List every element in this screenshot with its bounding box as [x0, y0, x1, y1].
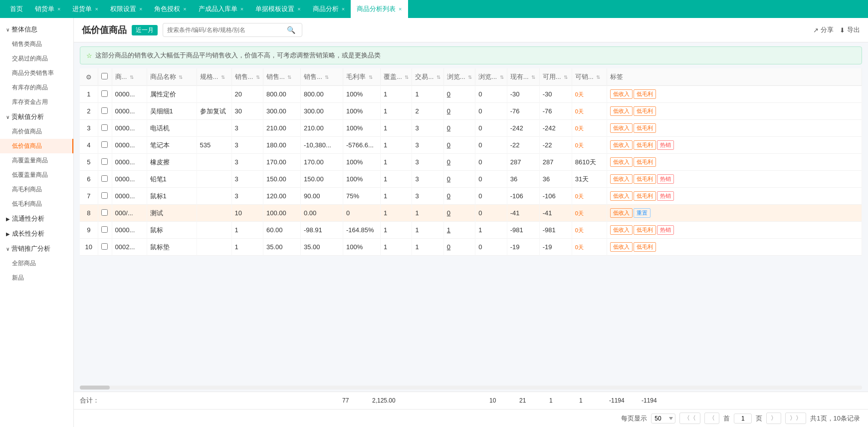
tag-低收入[interactable]: 低收入 — [610, 123, 633, 133]
sidebar-group-贡献值分析[interactable]: ∨贡献值分析 — [0, 109, 73, 124]
horizontal-scrollbar[interactable] — [80, 386, 862, 390]
nav-tab-产成品入库单[interactable]: 产成品入库单× — [193, 0, 249, 18]
row-checkbox[interactable] — [101, 90, 108, 97]
sidebar-item-低价值商品[interactable]: 低价值商品 — [0, 139, 73, 153]
row-checkbox[interactable] — [101, 124, 108, 131]
tag-低收入[interactable]: 低收入 — [610, 140, 633, 150]
view1-value[interactable]: 0 — [447, 158, 450, 166]
nav-tab-权限设置[interactable]: 权限设置× — [104, 0, 148, 18]
tag-低毛利[interactable]: 低毛利 — [634, 89, 656, 99]
search-icon[interactable]: 🔍 — [287, 26, 295, 34]
view1-value[interactable]: 0 — [447, 107, 450, 115]
select-all-checkbox[interactable] — [101, 73, 108, 79]
sidebar-item-低覆盖量商品[interactable]: 低覆盖量商品 — [0, 168, 73, 182]
sidebar-item-新品[interactable]: 新品 — [0, 271, 73, 285]
share-button[interactable]: ↗ 分享 — [813, 25, 834, 34]
close-tab-icon[interactable]: × — [57, 6, 60, 12]
sidebar-group-成长性分析[interactable]: ▶成长性分析 — [0, 226, 73, 241]
row-checkbox[interactable] — [101, 209, 108, 216]
tag-热销[interactable]: 热销 — [657, 140, 674, 150]
tag-低毛利[interactable]: 低毛利 — [634, 174, 656, 184]
tag-重置[interactable]: 重置 — [634, 208, 651, 218]
sidebar-item-销售类商品[interactable]: 销售类商品 — [0, 37, 73, 51]
sidebar-group-营销推广分析[interactable]: ∨营销推广分析 — [0, 241, 73, 256]
row-checkbox[interactable] — [101, 107, 108, 114]
tag-热销[interactable]: 热销 — [657, 225, 674, 235]
view1-value[interactable]: 0 — [447, 175, 450, 183]
export-button[interactable]: ⬇ 导出 — [840, 25, 860, 34]
sidebar-item-交易过的商品[interactable]: 交易过的商品 — [0, 51, 73, 66]
tag-低收入[interactable]: 低收入 — [610, 174, 633, 184]
close-tab-icon[interactable]: × — [399, 6, 402, 12]
close-tab-icon[interactable]: × — [95, 6, 98, 12]
view1-value[interactable]: 0 — [447, 243, 450, 251]
tag-低收入[interactable]: 低收入 — [610, 106, 633, 116]
row-checkbox[interactable] — [101, 158, 108, 165]
gear-icon[interactable]: ⚙ — [86, 73, 92, 81]
last-page-button[interactable]: 〉〉 — [785, 413, 806, 424]
nav-tab-单据模板设置[interactable]: 单据模板设置× — [249, 0, 306, 18]
sidebar-item-高价值商品[interactable]: 高价值商品 — [0, 124, 73, 139]
view1-value[interactable]: 0 — [447, 141, 450, 149]
tag-低收入[interactable]: 低收入 — [610, 89, 633, 99]
close-tab-icon[interactable]: × — [139, 6, 142, 12]
table-body: 1 0000... 属性定价 20 800.00 800.00 100% 1 1… — [80, 86, 862, 256]
sidebar-group-流通性分析[interactable]: ▶流通性分析 — [0, 211, 73, 226]
time-filter-tag[interactable]: 近一月 — [132, 25, 158, 35]
next-page-button[interactable]: 〉 — [766, 413, 781, 424]
sidebar-item-有库存的商品[interactable]: 有库存的商品 — [0, 80, 73, 95]
row-checkbox[interactable] — [101, 192, 108, 199]
prev-page-button[interactable]: 〈 — [704, 413, 719, 424]
sidebar-group-整体信息[interactable]: ∨整体信息 — [0, 22, 73, 37]
row-checkbox[interactable] — [101, 243, 108, 250]
nav-tab-进货单[interactable]: 进货单× — [66, 0, 104, 18]
page-size-label: 每页显示 — [621, 414, 647, 423]
sidebar-item-库存资金占用[interactable]: 库存资金占用 — [0, 95, 73, 109]
current-page-input[interactable] — [734, 414, 752, 424]
tag-热销[interactable]: 热销 — [657, 174, 674, 184]
nav-tab-商品分析列表[interactable]: 商品分析列表× — [351, 0, 408, 18]
close-tab-icon[interactable]: × — [183, 6, 186, 12]
tag-低收入[interactable]: 低收入 — [610, 191, 633, 201]
tag-低毛利[interactable]: 低毛利 — [634, 191, 656, 201]
tag-低收入[interactable]: 低收入 — [610, 208, 633, 218]
nav-tab-销货单[interactable]: 销货单× — [29, 0, 66, 18]
footer-trade: 21 — [516, 397, 546, 404]
first-page-button[interactable]: 〈〈 — [679, 413, 700, 424]
view1-value[interactable]: 0 — [447, 192, 450, 200]
row-checkbox[interactable] — [101, 175, 108, 182]
tag-低毛利[interactable]: 低毛利 — [634, 225, 656, 235]
cell-name: 鼠标 — [147, 222, 197, 239]
tag-低收入[interactable]: 低收入 — [610, 242, 633, 252]
sidebar-item-高毛利商品[interactable]: 高毛利商品 — [0, 182, 73, 197]
view1-value[interactable]: 0 — [447, 124, 450, 132]
sidebar-item-高覆盖量商品[interactable]: 高覆盖量商品 — [0, 153, 73, 168]
scrollbar-thumb[interactable] — [80, 386, 110, 390]
nav-tab-商品分析[interactable]: 商品分析× — [307, 0, 351, 18]
row-checkbox[interactable] — [101, 226, 108, 233]
cell-view2: 0 — [475, 188, 507, 205]
nav-tab-首页[interactable]: 首页 — [4, 0, 29, 18]
view1-value[interactable]: 0 — [447, 90, 450, 98]
nav-tab-角色授权[interactable]: 角色授权× — [148, 0, 192, 18]
close-tab-icon[interactable]: × — [240, 6, 243, 12]
view1-value[interactable]: 1 — [447, 226, 450, 234]
tag-低毛利[interactable]: 低毛利 — [634, 140, 656, 150]
tag-热销[interactable]: 热销 — [657, 191, 674, 201]
content-area: 低价值商品 近一月 🔍 ↗ 分享 ⬇ 导出 ☆ 这部分商品的销售收入大幅低于商品… — [74, 18, 868, 427]
sidebar-item-全部商品[interactable]: 全部商品 — [0, 256, 73, 271]
tag-低收入[interactable]: 低收入 — [610, 157, 633, 167]
sidebar-item-低毛利商品[interactable]: 低毛利商品 — [0, 197, 73, 211]
tag-低毛利[interactable]: 低毛利 — [634, 157, 656, 167]
sidebar-item-商品分类销售率[interactable]: 商品分类销售率 — [0, 66, 73, 80]
view1-value[interactable]: 0 — [447, 209, 450, 217]
tag-低毛利[interactable]: 低毛利 — [634, 123, 656, 133]
tag-低毛利[interactable]: 低毛利 — [634, 242, 656, 252]
page-size-select[interactable]: 20 50 100 — [651, 414, 675, 424]
close-tab-icon[interactable]: × — [297, 6, 300, 12]
row-checkbox[interactable] — [101, 141, 108, 148]
tag-低收入[interactable]: 低收入 — [610, 225, 633, 235]
close-tab-icon[interactable]: × — [342, 6, 345, 12]
search-input[interactable] — [167, 26, 287, 33]
tag-低毛利[interactable]: 低毛利 — [634, 106, 656, 116]
